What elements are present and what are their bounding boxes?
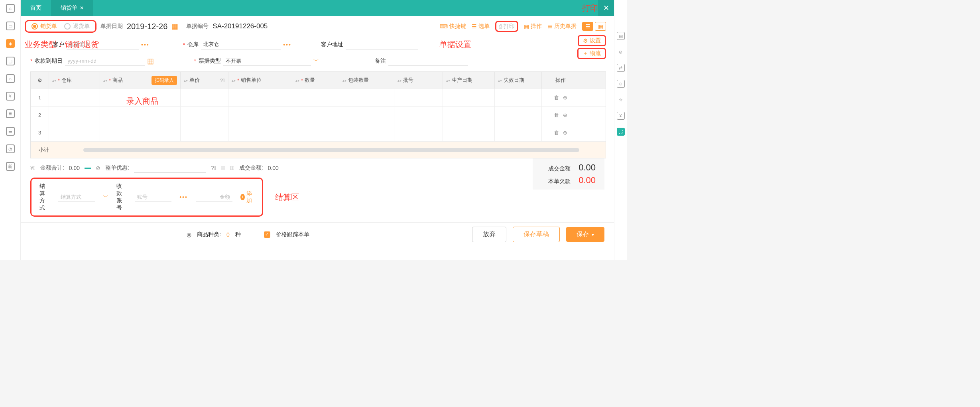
- delete-row-icon[interactable]: 🗑: [554, 112, 559, 118]
- due-date-input[interactable]: [65, 56, 145, 66]
- view-card-button[interactable]: ▦: [595, 22, 606, 31]
- attachment-icon[interactable]: ⊘: [617, 48, 625, 56]
- account-more-icon[interactable]: •••: [179, 194, 188, 200]
- select-order-button[interactable]: ☰选单: [472, 23, 490, 30]
- purchase-icon[interactable]: ▢: [6, 57, 15, 65]
- discard-button[interactable]: 放弃: [472, 227, 506, 242]
- radio-sales[interactable]: 销货单: [31, 23, 57, 30]
- list-icon: ☰: [472, 23, 477, 30]
- sum-owed-label: 本单欠款: [548, 178, 571, 185]
- logistics-button[interactable]: ＋物流: [577, 48, 606, 59]
- customer-more-icon[interactable]: •••: [141, 41, 150, 48]
- price-track-checkbox[interactable]: ✓: [264, 231, 270, 238]
- new-badge-icon[interactable]: 新: [6, 162, 15, 171]
- sales-nav-icon[interactable]: ◈: [6, 39, 15, 48]
- top-tab-bar: 首页 销货单 ✕ 打印 ✕: [21, 0, 614, 16]
- delete-row-icon[interactable]: 🗑: [554, 95, 559, 101]
- warehouse-input[interactable]: [201, 40, 281, 49]
- shortcut-label: 快捷键: [449, 23, 466, 30]
- col-pack-qty[interactable]: ▴▾包装数量: [339, 72, 394, 89]
- col-exp-date[interactable]: ▴▾失效日期: [495, 72, 542, 89]
- finance-icon[interactable]: ¥: [6, 92, 15, 101]
- remark-input[interactable]: [388, 56, 468, 66]
- col-qty[interactable]: ▴▾*数量: [292, 72, 339, 89]
- settle-amount-input[interactable]: [196, 192, 232, 202]
- info-icon[interactable]: ?⃝: [220, 77, 225, 83]
- tab-sales-order[interactable]: 销货单 ✕: [51, 0, 93, 16]
- user-icon[interactable]: ☺: [617, 80, 625, 88]
- amount-total-label: 金额合计:: [40, 164, 64, 172]
- add-row-icon[interactable]: ⊕: [563, 130, 567, 136]
- add-row-icon[interactable]: ⊕: [563, 112, 567, 118]
- col-batch[interactable]: ▴▾批号: [394, 72, 443, 89]
- row-num: 2: [31, 107, 49, 124]
- tab-close-icon[interactable]: ✕: [80, 5, 84, 11]
- cust-addr-input[interactable]: [346, 40, 418, 49]
- plus-circle-icon: +: [240, 194, 245, 200]
- inventory-icon[interactable]: ⌂: [6, 74, 15, 83]
- customer-input[interactable]: [67, 40, 139, 49]
- chevron-down-icon[interactable]: ﹀: [313, 57, 319, 65]
- tab-home[interactable]: 首页: [21, 0, 51, 16]
- settings-button[interactable]: ⚙设置: [578, 35, 606, 46]
- col-prod-date[interactable]: ▴▾生产日期: [443, 72, 495, 89]
- settings-label: 设置: [590, 37, 601, 44]
- kinds-unit: 种: [235, 231, 241, 238]
- contact-icon[interactable]: ☰: [6, 127, 15, 136]
- customer-label: 客户: [53, 41, 64, 48]
- col-warehouse[interactable]: ▴▾*仓库: [49, 72, 100, 89]
- note-icon[interactable]: ▤: [617, 32, 625, 40]
- summary-box: 成交金额0.00 本单欠款0.00: [533, 158, 604, 190]
- exchange-icon[interactable]: ⇄: [617, 64, 625, 72]
- calendar-icon-2[interactable]: ▦: [147, 57, 154, 65]
- view-list-button[interactable]: ☰: [582, 22, 593, 31]
- col-unit[interactable]: ▴▾*销售单位: [228, 72, 292, 89]
- warehouse-more-icon[interactable]: •••: [283, 41, 291, 48]
- logistics-label: 物流: [590, 50, 601, 57]
- grid-icon: ▦: [524, 23, 529, 30]
- gift-icon[interactable]: ▭: [6, 22, 15, 30]
- print-label: 打印: [504, 23, 515, 30]
- invoice-type-input[interactable]: [223, 56, 311, 66]
- expand-icon[interactable]: ⛶: [617, 128, 625, 136]
- sync-icon[interactable]: ◔: [6, 144, 15, 153]
- kinds-icon: ◎: [187, 231, 191, 238]
- history-button[interactable]: ▤历史单据: [547, 23, 577, 30]
- radio-return[interactable]: 退货单: [64, 23, 90, 30]
- currency-icon[interactable]: ¥: [617, 112, 625, 120]
- radio-return-label: 退货单: [73, 23, 90, 30]
- save-button[interactable]: 保存▾: [566, 227, 604, 242]
- home-icon[interactable]: ⌂: [6, 4, 15, 13]
- subtotal-label: 小计: [31, 146, 57, 154]
- help-icon[interactable]: ?⃝: [211, 165, 216, 171]
- right-rail: ▤ ⊘ ⇄ ☺ ☆ ¥ ⛶: [614, 0, 627, 260]
- add-settlement-button[interactable]: +添加: [240, 190, 254, 204]
- operate-button[interactable]: ▦操作: [524, 23, 542, 30]
- col-gear[interactable]: ⚙: [31, 72, 49, 89]
- account-input[interactable]: [135, 192, 171, 202]
- col-price[interactable]: ▴▾单价?⃝: [181, 72, 228, 89]
- save-draft-button[interactable]: 保存草稿: [513, 227, 560, 242]
- sum-deal-label: 成交金额: [548, 165, 571, 172]
- save-dropdown-icon[interactable]: ▾: [592, 232, 594, 237]
- scan-entry-button[interactable]: 扫码录入: [152, 76, 177, 85]
- chevron-down-icon-2[interactable]: ﹀: [103, 194, 108, 201]
- horizontal-scrollbar[interactable]: [83, 148, 579, 152]
- delete-row-icon[interactable]: 🗑: [554, 130, 559, 136]
- date-value[interactable]: 2019-12-26: [127, 22, 167, 31]
- shortcut-button[interactable]: ⌨快捷键: [440, 23, 466, 30]
- add-row-icon[interactable]: ⊕: [563, 95, 567, 101]
- calendar-icon[interactable]: ▦: [171, 22, 178, 31]
- annot-settle-area: 结算区: [275, 192, 299, 203]
- star-icon[interactable]: ☆: [617, 96, 625, 104]
- window-close-icon[interactable]: ✕: [598, 0, 614, 16]
- settle-method-input[interactable]: [58, 192, 95, 202]
- col-product[interactable]: ▴▾*商品扫码录入: [100, 72, 181, 89]
- account-label: 收款账号: [116, 183, 127, 211]
- print-button[interactable]: ⎙打印: [499, 23, 515, 30]
- whole-discount-input[interactable]: [134, 163, 206, 173]
- footer-bar: ◎ 商品种类: 0 种 ✓ 价格跟踪本单 放弃 保存草稿 保存▾: [21, 222, 614, 246]
- history-label: 历史单据: [554, 23, 577, 30]
- report-icon[interactable]: ≣: [6, 109, 15, 118]
- left-nav: ⌂ ▭ ◈ ▢ ⌂ ¥ ≣ ☰ ◔ 新: [0, 0, 21, 260]
